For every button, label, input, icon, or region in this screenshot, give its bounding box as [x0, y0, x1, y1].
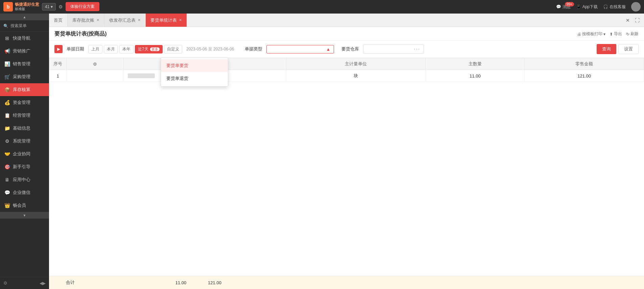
sidebar-item-member[interactable]: 👑 畅会员 — [0, 199, 49, 212]
col-settings[interactable]: ⚙ — [67, 58, 124, 70]
search-icon: 🔍 — [3, 24, 8, 28]
app-download-button[interactable]: 📱 App下载 — [576, 4, 598, 10]
date-filter-group: 上月 本月 本年 近7天 更多 自定义 — [88, 45, 182, 53]
sidebar-item-wechat[interactable]: 💬 企业微信 — [0, 186, 49, 199]
message-icon: 💬 — [556, 4, 561, 9]
col-amount: 零售金额 — [525, 58, 644, 70]
warehouse-select[interactable]: ··· — [363, 44, 424, 54]
message-button[interactable]: 💬 消息 99+ — [556, 4, 571, 10]
last-month-btn[interactable]: 上月 — [88, 45, 102, 53]
export-button[interactable]: ⬆ 导出 — [610, 31, 622, 37]
page-title: 要货单统计表(按商品) — [54, 30, 107, 38]
header-left: b 畅捷通好生意 标准版 41 ▾ ⚙ 体验行业方案 — [3, 2, 99, 12]
inventory-icon: 📦 — [4, 87, 10, 93]
tab-collect-summary[interactable]: 收发存汇总表 ✕ — [104, 14, 146, 27]
tab-close-icon[interactable]: ✕ — [138, 18, 141, 22]
type-select[interactable]: ▲ — [266, 45, 334, 53]
tab-home[interactable]: 首页 — [49, 14, 68, 27]
avatar[interactable] — [631, 2, 641, 12]
summary-quantity: 11.00 — [164, 280, 198, 285]
recent-7-btn[interactable]: 近7天 更多 — [135, 45, 163, 53]
quick-nav-icon: ⊞ — [4, 35, 10, 41]
guide-icon: 🎯 — [4, 164, 10, 170]
sidebar: ▲ 🔍 搜索菜单 ⊞ 快捷导航 📢 营销推广 📊 销售管理 🛒 采购管理 📦 库… — [0, 14, 49, 289]
page-header: 要货单统计表(按商品) 🖨 按模板打印 ▾ ⬆ 导出 ↻ 刷新 — [49, 27, 644, 41]
refresh-icon: ↻ — [626, 32, 629, 37]
sidebar-item-enterprise[interactable]: 🤝 企业协同 — [0, 148, 49, 160]
tab-order-stats[interactable]: 要货单统计表 ✕ — [146, 14, 187, 27]
sidebar-item-appstore[interactable]: 🖥 应用中心 — [0, 173, 49, 186]
more-icon: ··· — [414, 46, 420, 52]
sidebar-item-label: 畅会员 — [13, 202, 26, 208]
sidebar-item-purchase[interactable]: 🛒 采购管理 — [0, 70, 49, 83]
trial-button[interactable]: 体验行业方案 — [66, 2, 99, 11]
print-button[interactable]: 🖨 按模板打印 ▾ — [577, 31, 605, 37]
sidebar-item-basic[interactable]: 📁 基础信息 — [0, 122, 49, 135]
warehouse-label: 要货仓库 — [341, 46, 359, 52]
sidebar-item-inventory[interactable]: 📦 库存核算 — [0, 83, 49, 96]
sidebar-scroll-down[interactable]: ▼ — [0, 212, 49, 219]
query-button[interactable]: 查询 — [597, 44, 616, 54]
chevron-down-icon: ▾ — [603, 32, 605, 37]
filter-bar: ▶ 单据日期 上月 本月 本年 近7天 更多 自定义 2023-05-06 至 … — [49, 41, 644, 58]
custom-btn[interactable]: 自定义 — [164, 45, 182, 53]
sidebar-item-label: 库存核算 — [13, 87, 30, 93]
chevron-up-icon: ▲ — [326, 47, 331, 52]
settings-button[interactable]: 设置 — [618, 44, 639, 54]
sidebar-item-system[interactable]: ⚙ 系统管理 — [0, 135, 49, 148]
product-name-placeholder — [128, 73, 155, 78]
search-menu[interactable]: 🔍 搜索菜单 — [0, 20, 49, 32]
tab-selector[interactable]: 41 ▾ — [42, 3, 56, 10]
member-icon: 👑 — [4, 202, 10, 208]
sidebar-item-label: 企业协同 — [13, 151, 30, 157]
sidebar-item-label: 系统管理 — [13, 138, 30, 144]
maximize-window-button[interactable]: ⛶ — [633, 16, 641, 24]
sidebar-item-finance[interactable]: 💰 资金管理 — [0, 96, 49, 109]
refresh-button[interactable]: ↻ 刷新 — [626, 31, 639, 37]
wechat-icon: 💬 — [4, 190, 10, 196]
sidebar-item-sales[interactable]: 📊 销售管理 — [0, 58, 49, 70]
row-unit: 块 — [286, 70, 426, 82]
sidebar-item-label: 企业微信 — [13, 190, 30, 196]
dropdown-item-order-return[interactable]: 要货单退货 — [161, 72, 228, 85]
table-settings-icon[interactable]: ⚙ — [93, 62, 97, 67]
close-window-button[interactable]: ✕ — [624, 16, 632, 24]
app-version: 标准版 — [15, 7, 39, 12]
data-table: 序号 ⚙ 商品 主计量单位 主数 — [49, 58, 644, 276]
sidebar-item-guide[interactable]: 🎯 新手引导 — [0, 160, 49, 173]
sidebar-item-operations[interactable]: 📋 经营管理 — [0, 109, 49, 122]
summary-row: 合计 11.00 121.00 — [49, 276, 644, 289]
gear-icon[interactable]: ⚙ — [58, 4, 63, 9]
appstore-icon: 🖥 — [4, 177, 10, 183]
sidebar-item-quick-nav[interactable]: ⊞ 快捷导航 — [0, 32, 49, 45]
this-month-btn[interactable]: 本月 — [104, 45, 118, 53]
type-value — [270, 47, 271, 52]
table-body: 1 块 11.00 121.00 — [49, 70, 644, 82]
finance-icon: 💰 — [4, 99, 10, 106]
basic-icon: 📁 — [4, 125, 10, 131]
tab-close-icon[interactable]: ✕ — [179, 18, 182, 22]
summary-amount: 121.00 — [198, 280, 232, 285]
tab-close-icon[interactable]: ✕ — [96, 18, 99, 22]
online-service-button[interactable]: 🎧 在线客服 — [603, 4, 626, 10]
service-icon: 🎧 — [603, 4, 608, 9]
sidebar-settings-icon[interactable]: ⚙ — [3, 281, 7, 286]
chevron-down-icon: ▾ — [51, 4, 53, 9]
this-year-btn[interactable]: 本年 — [119, 45, 134, 53]
sidebar-item-label: 营销推广 — [13, 48, 30, 54]
sales-icon: 📊 — [4, 61, 10, 67]
type-label: 单据类型 — [245, 46, 262, 52]
sidebar-scroll-up[interactable]: ▲ — [0, 14, 49, 20]
sidebar-item-marketing[interactable]: 📢 营销推广 — [0, 45, 49, 58]
dropdown-item-order-goods[interactable]: 要货单要货 — [161, 59, 228, 72]
system-icon: ⚙ — [4, 138, 10, 144]
col-unit: 主计量单位 — [286, 58, 426, 70]
sidebar-item-label: 资金管理 — [13, 99, 30, 106]
tab-inventory-batch[interactable]: 库存批次账 ✕ — [68, 14, 104, 27]
message-badge: 99+ — [565, 2, 574, 6]
sidebar-collapse-icon[interactable]: ◀▶ — [40, 281, 46, 286]
app-name: 畅捷通好生意 — [15, 2, 39, 7]
filter-expand-button[interactable]: ▶ — [54, 45, 63, 53]
operations-icon: 📋 — [4, 112, 10, 118]
sidebar-item-label: 采购管理 — [13, 74, 30, 80]
